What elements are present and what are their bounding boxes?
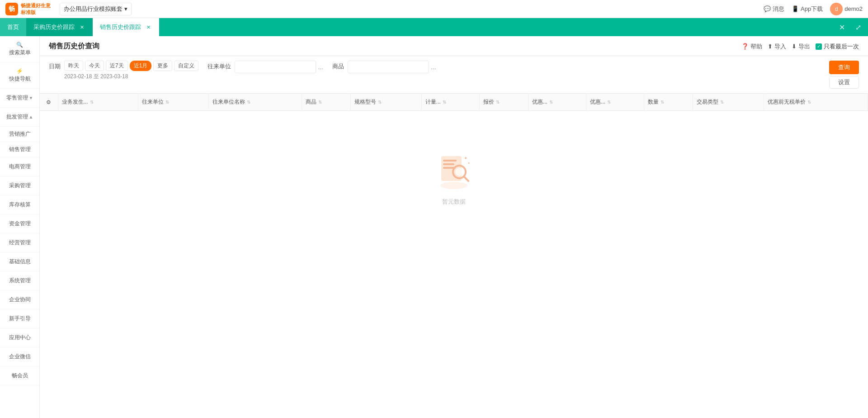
sidebar-item-member[interactable]: 畅会员 <box>0 366 39 385</box>
sidebar-item-wechat[interactable]: 企业微信 <box>0 347 39 366</box>
page-header: 销售历史价查询 ❓ 帮助 ⬆ 导入 ⬇ 导出 ✓ <box>40 36 868 56</box>
sort-icon-unit[interactable]: ⇅ <box>443 100 446 104</box>
message-icon: 💬 <box>764 5 771 12</box>
col-partner-code: 往来单位 ⇅ <box>138 94 209 111</box>
search-icon: 🔍 <box>16 42 23 48</box>
query-button[interactable]: 查询 <box>829 61 859 74</box>
tab-sales-history[interactable]: 销售历史价跟踪 ✕ <box>93 18 159 36</box>
sort-icon-discount2[interactable]: ⇅ <box>607 100 611 104</box>
import-btn[interactable]: ⬆ 导入 <box>768 43 786 51</box>
tab-home[interactable]: 首页 <box>0 18 26 36</box>
product-input[interactable] <box>348 61 429 73</box>
message-action[interactable]: 💬 消息 <box>764 5 784 13</box>
date-btn-group: 昨天 今天 近7天 近1月 更多 自定义 <box>64 61 198 71</box>
logo-icon: 畅 <box>5 3 18 15</box>
col-settings: ⚙ <box>40 94 58 111</box>
sidebar-item-basic-info[interactable]: 基础信息 <box>0 252 39 271</box>
empty-illustration: ✦ ✦ <box>431 147 476 192</box>
help-btn[interactable]: ❓ 帮助 <box>741 43 762 51</box>
tab-purchase-history[interactable]: 采购历史价跟踪 ✕ <box>26 18 93 36</box>
sort-icon-spec[interactable]: ⇅ <box>378 100 382 104</box>
page-actions: ❓ 帮助 ⬆ 导入 ⬇ 导出 ✓ 只看最后一次 <box>741 43 859 51</box>
download-action[interactable]: 📱 App下载 <box>792 5 823 13</box>
col-biz-date: 业务发生... ⇅ <box>58 94 138 111</box>
sort-icon-quote[interactable]: ⇅ <box>496 100 500 104</box>
svg-point-0 <box>440 182 467 189</box>
sort-icon-partner-code[interactable]: ⇅ <box>165 100 169 104</box>
user-action[interactable]: d demo2 <box>830 3 863 15</box>
top-bar-left: 畅 畅捷通好生意 标准版 办公用品行业模拟账套 ▾ <box>5 2 132 15</box>
settings-gear-icon[interactable]: ⚙ <box>46 99 51 105</box>
page-title: 销售历史价查询 <box>49 42 99 51</box>
customer-picker-btn[interactable]: ... <box>318 63 323 71</box>
col-discount1: 优惠... ⇅ <box>528 94 586 111</box>
content-area: 销售历史价查询 ❓ 帮助 ⬆ 导入 ⬇ 导出 ✓ <box>40 36 868 418</box>
sort-icon-biz-date[interactable]: ⇅ <box>90 100 94 104</box>
close-window-btn[interactable]: ✕ <box>835 21 848 33</box>
date-btn-1month[interactable]: 近1月 <box>130 61 152 71</box>
filter-btn-group: 查询 设置 <box>829 61 859 89</box>
date-filter-group: 日期 昨天 今天 近7天 近1月 更多 自定义 2023-02-18 至 202… <box>49 61 198 81</box>
filter-row: 日期 昨天 今天 近7天 近1月 更多 自定义 2023-02-18 至 202… <box>40 56 868 94</box>
svg-line-7 <box>464 176 468 181</box>
sidebar-item-operations[interactable]: 经营管理 <box>0 233 39 252</box>
date-btn-today[interactable]: 今天 <box>85 61 104 71</box>
date-btn-7days[interactable]: 近7天 <box>106 61 128 71</box>
app-selector[interactable]: 办公用品行业模拟账套 ▾ <box>60 3 132 15</box>
product-input-area: ... <box>348 61 436 73</box>
sidebar-item-ecommerce[interactable]: 电商管理 <box>0 157 39 176</box>
customer-input[interactable] <box>235 61 316 73</box>
col-discount2: 优惠... ⇅ <box>586 94 644 111</box>
sidebar-item-app-center[interactable]: 应用中心 <box>0 328 39 347</box>
svg-rect-2 <box>443 160 457 162</box>
export-icon: ⬇ <box>792 43 797 50</box>
sort-icon-quantity[interactable]: ⇅ <box>660 100 664 104</box>
sidebar-item-sales-manage[interactable]: 销售管理 <box>0 142 39 157</box>
empty-state: ✦ ✦ 暂元数据 <box>40 111 868 242</box>
sidebar-item-purchase[interactable]: 采购管理 <box>0 176 39 195</box>
sort-icon-pretax[interactable]: ⇅ <box>807 100 811 104</box>
sort-icon-partner-name[interactable]: ⇅ <box>247 100 250 104</box>
customer-filter-group: 往来单位 ... <box>208 61 323 73</box>
sidebar-item-enterprise[interactable]: 企业协同 <box>0 290 39 309</box>
product-filter-group: 商品 ... <box>332 61 436 73</box>
export-btn[interactable]: ⬇ 导出 <box>792 43 810 51</box>
product-picker-btn[interactable]: ... <box>431 63 436 71</box>
top-bar: 畅 畅捷通好生意 标准版 办公用品行业模拟账套 ▾ 💬 消息 📱 App下载 d… <box>0 0 868 18</box>
sidebar-item-inventory[interactable]: 库存核算 <box>0 195 39 214</box>
col-partner-name: 往来单位名称 ⇅ <box>209 94 302 111</box>
tab-bar-right: ✕ ⤢ <box>835 21 868 33</box>
date-btn-custom[interactable]: 自定义 <box>174 61 198 71</box>
last-only-checkbox-area[interactable]: ✓ 只看最后一次 <box>816 43 859 51</box>
main-layout: 🔍 搜索菜单 ⚡ 快捷导航 零售管理 ▼ 批发管理 ▲ 营销推广 销售管理 电商… <box>0 36 868 418</box>
settings-button[interactable]: 设置 <box>829 76 859 89</box>
col-deal-type: 交易类型 ⇅ <box>693 94 764 111</box>
date-range-display: 2023-02-18 至 2023-03-18 <box>64 73 198 81</box>
sidebar-item-search[interactable]: 🔍 搜索菜单 <box>0 36 39 62</box>
sidebar-item-finance[interactable]: 资金管理 <box>0 214 39 233</box>
col-quantity: 数量 ⇅ <box>644 94 693 111</box>
sidebar-item-wholesale[interactable]: 批发管理 ▲ <box>0 108 39 127</box>
last-only-checkbox[interactable]: ✓ <box>816 43 822 50</box>
download-icon: 📱 <box>792 5 799 12</box>
col-pretax-price: 优惠前无税单价 ⇅ <box>764 94 868 111</box>
maximize-window-btn[interactable]: ⤢ <box>852 21 864 33</box>
sidebar-item-system[interactable]: 系统管理 <box>0 271 39 290</box>
sidebar-item-newbie[interactable]: 新手引导 <box>0 309 39 328</box>
page-title-row: 销售历史价查询 ❓ 帮助 ⬆ 导入 ⬇ 导出 ✓ <box>49 42 859 56</box>
svg-text:✦: ✦ <box>467 162 470 165</box>
sidebar-item-retail[interactable]: 零售管理 ▼ <box>0 89 39 108</box>
sidebar-item-quicknav[interactable]: ⚡ 快捷导航 <box>0 62 39 89</box>
sidebar: 🔍 搜索菜单 ⚡ 快捷导航 零售管理 ▼ 批发管理 ▲ 营销推广 销售管理 电商… <box>0 36 40 418</box>
tab-close-sales[interactable]: ✕ <box>145 24 152 31</box>
date-btn-more[interactable]: 更多 <box>153 61 172 71</box>
date-btn-yesterday[interactable]: 昨天 <box>64 61 83 71</box>
chevron-down-icon: ▾ <box>124 5 127 12</box>
col-quote-price: 报价 ⇅ <box>479 94 528 111</box>
sort-icon-discount1[interactable]: ⇅ <box>549 100 553 104</box>
sort-icon-product[interactable]: ⇅ <box>318 100 322 104</box>
tab-close-purchase[interactable]: ✕ <box>78 24 85 31</box>
sort-icon-deal-type[interactable]: ⇅ <box>720 100 724 104</box>
sidebar-item-marketing[interactable]: 营销推广 <box>0 127 39 142</box>
col-product: 商品 ⇅ <box>302 94 350 111</box>
